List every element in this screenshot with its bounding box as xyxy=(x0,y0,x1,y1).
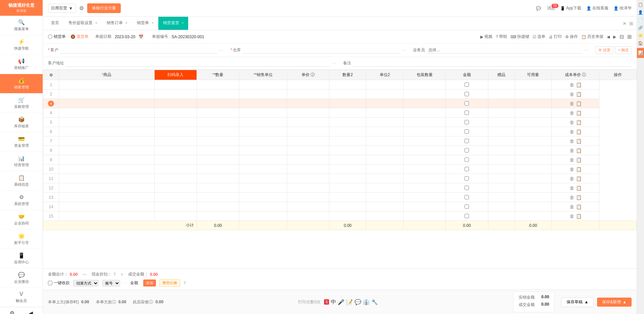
cell-cost-1[interactable] xyxy=(515,80,552,89)
cell-pack-13[interactable] xyxy=(366,193,404,202)
cell-amount-9[interactable] xyxy=(403,155,445,165)
video-btn[interactable]: ▶ 视频 xyxy=(480,34,492,40)
cell-gift-3[interactable] xyxy=(446,99,488,108)
cell-cost-12[interactable] xyxy=(515,183,552,193)
cell-gift-14[interactable] xyxy=(446,202,488,211)
product-input-7[interactable] xyxy=(60,139,153,143)
gift-checkbox-9[interactable] xyxy=(465,158,469,162)
cell-unit2-13[interactable] xyxy=(329,193,366,202)
cell-amount-14[interactable] xyxy=(403,202,445,211)
settings-icon[interactable]: ⚙ xyxy=(10,310,14,314)
product-input-2[interactable] xyxy=(60,92,153,97)
cell-unit-11[interactable] xyxy=(197,174,239,183)
cell-qty2-15[interactable] xyxy=(287,211,329,221)
cell-qty2-6[interactable] xyxy=(287,127,329,136)
cell-qty-13[interactable] xyxy=(154,193,197,202)
right-panel-icon-5[interactable]: ⭐ xyxy=(638,33,644,39)
cell-available-6[interactable] xyxy=(488,127,515,136)
cell-cost-8[interactable] xyxy=(515,146,552,155)
cell-qty2-14[interactable] xyxy=(287,202,329,211)
product-input-6[interactable] xyxy=(60,129,153,134)
tab-sales[interactable]: 销货单 × xyxy=(132,17,158,30)
cell-amount-6[interactable] xyxy=(403,127,445,136)
cell-qty2-12[interactable] xyxy=(287,183,329,193)
gift-checkbox-15[interactable] xyxy=(465,214,469,218)
cell-price-5[interactable] xyxy=(239,118,287,127)
cell-price-3[interactable] xyxy=(239,99,287,108)
delete-row-btn-1[interactable]: 🗑 xyxy=(570,82,574,87)
gift-checkbox-14[interactable] xyxy=(465,204,469,209)
cell-qty-11[interactable] xyxy=(154,174,197,183)
cell-gift-10[interactable] xyxy=(446,165,488,174)
cell-price-10[interactable] xyxy=(239,165,287,174)
cell-amount-11[interactable] xyxy=(403,174,445,183)
radio-sale[interactable]: 销货单 xyxy=(48,34,66,40)
cell-gift-15[interactable] xyxy=(446,211,488,221)
product-input-4[interactable] xyxy=(60,111,153,115)
delete-row-btn-5[interactable]: 🗑 xyxy=(570,120,574,125)
cell-unit2-12[interactable] xyxy=(329,183,366,193)
cell-price-2[interactable] xyxy=(239,89,287,99)
view-card-icon[interactable]: ⊟ xyxy=(620,34,624,40)
sidebar-item-5[interactable]: 📦库存核算 xyxy=(0,113,43,132)
delete-row-btn-15[interactable]: 🗑 xyxy=(570,213,574,219)
cell-qty-7[interactable] xyxy=(154,136,197,146)
tab-sales-order[interactable]: 销售订单 × xyxy=(102,17,132,30)
gift-checkbox-7[interactable] xyxy=(465,139,469,143)
one-click-payment-checkbox[interactable]: 一键收款 xyxy=(48,280,70,286)
cell-price-4[interactable] xyxy=(239,108,287,118)
cell-product-4[interactable] xyxy=(59,108,154,118)
sidebar-item-4[interactable]: 🛒采购管理 xyxy=(0,93,43,113)
cell-unit-1[interactable] xyxy=(197,80,239,89)
cell-available-15[interactable] xyxy=(488,211,515,221)
cell-unit2-5[interactable] xyxy=(329,118,366,127)
cell-amount-4[interactable] xyxy=(403,108,445,118)
cell-unit-5[interactable] xyxy=(197,118,239,127)
cell-amount-8[interactable] xyxy=(403,146,445,155)
cell-available-3[interactable] xyxy=(488,99,515,108)
sidebar-item-2[interactable]: 📢营销推广 xyxy=(0,55,43,74)
copy-row-btn-13[interactable]: 📋 xyxy=(576,195,582,200)
cell-pack-4[interactable] xyxy=(366,108,404,118)
cell-cost-5[interactable] xyxy=(515,118,552,127)
cell-gift-9[interactable] xyxy=(446,155,488,165)
cell-pack-10[interactable] xyxy=(366,165,404,174)
sidebar-item-11[interactable]: 🌟新手引导 xyxy=(0,230,43,249)
sidebar-item-9[interactable]: ⚙系统管理 xyxy=(0,191,43,210)
sidebar-item-8[interactable]: 📋基础信息 xyxy=(0,171,43,191)
experience-btn[interactable]: 体验行业方案 xyxy=(87,3,121,13)
cell-qty2-7[interactable] xyxy=(287,136,329,146)
gift-checkbox-10[interactable] xyxy=(465,167,469,171)
cell-pack-1[interactable] xyxy=(366,80,404,89)
cell-amount-7[interactable] xyxy=(403,136,445,146)
cell-available-9[interactable] xyxy=(488,155,515,165)
view-list-icon[interactable]: ⊞ xyxy=(627,34,632,40)
save-draft-btn[interactable]: 保存草稿 ▲ xyxy=(561,297,594,307)
cell-price-12[interactable] xyxy=(239,183,287,193)
cell-unit2-6[interactable] xyxy=(329,127,366,136)
delete-row-btn-9[interactable]: 🗑 xyxy=(570,157,574,163)
copy-row-btn-11[interactable]: 📋 xyxy=(576,176,582,181)
cell-unit2-11[interactable] xyxy=(329,174,366,183)
cell-pack-3[interactable] xyxy=(366,99,404,108)
col-settings[interactable]: ⚙ xyxy=(43,70,59,80)
cell-pack-11[interactable] xyxy=(366,174,404,183)
cell-gift-7[interactable] xyxy=(446,136,488,146)
cell-cost-3[interactable] xyxy=(515,99,552,108)
sidebar-item-7[interactable]: 📊经营管理 xyxy=(0,152,43,171)
cell-product-14[interactable] xyxy=(59,202,154,211)
copy-row-btn-14[interactable]: 📋 xyxy=(576,204,582,209)
product-input-15[interactable] xyxy=(60,214,153,218)
product-input-9[interactable] xyxy=(60,158,153,162)
cell-amount-1[interactable] xyxy=(403,80,445,89)
cell-cost-2[interactable] xyxy=(515,89,552,99)
right-panel-icon-3[interactable]: 📄 xyxy=(638,17,644,23)
cell-unit-13[interactable] xyxy=(197,193,239,202)
right-panel-icon-orange[interactable]: 📊 xyxy=(637,48,644,58)
print-btn[interactable]: 🖨 打印 xyxy=(549,34,562,40)
cell-amount-15[interactable] xyxy=(403,211,445,221)
setting-btn[interactable]: ⚙ 设置 xyxy=(595,46,613,54)
gift-checkbox-12[interactable] xyxy=(465,186,469,190)
gift-checkbox-4[interactable] xyxy=(465,111,469,115)
cell-amount-3[interactable] xyxy=(403,99,445,108)
